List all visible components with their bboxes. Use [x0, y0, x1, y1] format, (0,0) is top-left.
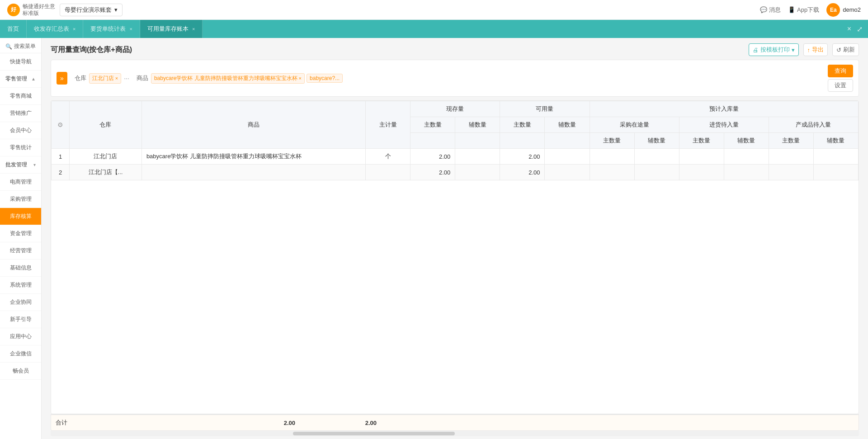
- receivable-tab-label: 收发存汇总表: [34, 25, 69, 33]
- setting-button[interactable]: 设置: [828, 79, 853, 92]
- table-settings-header[interactable]: ⚙: [52, 101, 70, 149]
- remove-warehouse-tag[interactable]: ×: [115, 76, 118, 81]
- user-area[interactable]: Ea demo2: [826, 3, 861, 17]
- message-icon: 💬: [760, 6, 767, 13]
- content-area: 可用量查询(按仓库+商品) 🖨 按模板打印 ▾ ↑ 导出 ↺ 刷新 »: [42, 38, 868, 439]
- sidebar-item-purchase[interactable]: 采购管理: [0, 191, 41, 208]
- sidebar-item-ecommerce[interactable]: 电商管理: [0, 174, 41, 191]
- sidebar-item-basic-info[interactable]: 基础信息: [0, 260, 41, 277]
- row-avail-aux: [545, 165, 590, 180]
- sidebar-item-wholesale-mgmt[interactable]: 批发管理 ▾: [0, 156, 41, 174]
- sidebar-search: 🔍 搜索菜单: [0, 38, 41, 53]
- summary-label: 合计: [51, 419, 123, 427]
- table-row: 2 江北门店【... 2.00 2.00: [52, 165, 859, 180]
- main-layout: 🔍 搜索菜单 快捷导航 零售管理 ▲ 零售商城 营销推广 会员中心 零售统计 批…: [0, 38, 868, 439]
- product-tag-babycare2[interactable]: babycare?...: [307, 74, 343, 83]
- sidebar-item-finance[interactable]: 资金管理: [0, 225, 41, 242]
- export-icon: ↑: [807, 47, 811, 53]
- query-button[interactable]: 查询: [828, 65, 853, 77]
- print-button[interactable]: 🖨 按模板打印 ▾: [749, 43, 799, 56]
- chevron-up-icon: ▲: [31, 76, 36, 81]
- row-stock-aux: [455, 165, 500, 180]
- sidebar-item-new-guide[interactable]: 新手引导: [0, 311, 41, 328]
- warehouse-more-button[interactable]: ···: [124, 75, 129, 82]
- col-warehouse: 仓库: [70, 101, 142, 149]
- data-table: ⚙ 仓库 商品 主计量 现存量 可用量 预计入库量 主数量 辅数量: [51, 101, 859, 180]
- table-wrapper[interactable]: ⚙ 仓库 商品 主计量 现存量 可用量 预计入库量 主数量 辅数量: [51, 101, 859, 414]
- close-tab-receivable[interactable]: ×: [73, 26, 75, 32]
- sidebar-item-member-center[interactable]: 会员中心: [0, 122, 41, 139]
- printer-icon: 🖨: [753, 47, 759, 53]
- sidebar-item-enterprise-wechat[interactable]: 企业微信: [0, 345, 41, 363]
- horizontal-scrollbar[interactable]: [51, 431, 859, 436]
- filter-expand-button[interactable]: »: [57, 72, 67, 85]
- warehouse-tags: 江北门店 ×: [89, 73, 121, 84]
- warehouse-tag-jiangbei[interactable]: 江北门店 ×: [89, 73, 121, 84]
- row-stock-main: 2.00: [410, 165, 455, 180]
- warehouse-label: 仓库: [75, 74, 86, 82]
- maximize-button[interactable]: ⤢: [855, 25, 864, 33]
- row-unit: [366, 165, 410, 180]
- row-pt-main: [590, 149, 634, 165]
- col-pt-aux: 辅数量: [634, 133, 679, 149]
- sidebar-item-vip-member[interactable]: 畅会员: [0, 363, 41, 380]
- refresh-button[interactable]: ↺ 刷新: [832, 43, 859, 56]
- sidebar-item-enterprise[interactable]: 企业协同: [0, 294, 41, 311]
- tab-available-inventory[interactable]: 可用量库存账本 ×: [140, 20, 203, 38]
- chevron-down-icon: ▾: [792, 47, 795, 53]
- summary-bar: 合计 2.00 2.00: [51, 414, 859, 431]
- message-button[interactable]: 💬 消息: [760, 6, 781, 14]
- sidebar-item-retail-stats[interactable]: 零售统计: [0, 139, 41, 156]
- tab-receivable[interactable]: 收发存汇总表 ×: [27, 20, 83, 38]
- remove-product-tag[interactable]: ×: [299, 76, 302, 81]
- home-tab-label: 首页: [7, 25, 19, 33]
- summary-stock-main: 2.00: [284, 420, 295, 426]
- row-product: [142, 165, 365, 180]
- row-warehouse: 江北门店【...: [70, 165, 142, 180]
- sidebar-item-marketing[interactable]: 营销推广: [0, 105, 41, 122]
- top-bar-left: 好 畅捷通好生意 标准版 母婴行业演示账套 ▾: [7, 3, 123, 16]
- close-tab-available-inventory[interactable]: ×: [192, 26, 195, 32]
- close-tab-order-summary[interactable]: ×: [129, 26, 132, 32]
- sidebar-item-system[interactable]: 系统管理: [0, 277, 41, 294]
- sidebar-item-retail-mgmt[interactable]: 零售管理 ▲: [0, 71, 41, 88]
- col-in-aux: 辅数量: [724, 133, 769, 149]
- row-in-main: [679, 149, 724, 165]
- sidebar-item-app-center[interactable]: 应用中心: [0, 328, 41, 345]
- close-tab-button[interactable]: ×: [845, 25, 853, 33]
- row-in-aux: [724, 165, 769, 180]
- col-stock: 现存量: [410, 101, 500, 117]
- industry-selector[interactable]: 母婴行业演示账套 ▾: [60, 4, 123, 16]
- col-stock-main2: [410, 133, 455, 149]
- product-label: 商品: [137, 74, 148, 82]
- app-download-button[interactable]: 📱 App下载: [788, 6, 819, 14]
- export-button[interactable]: ↑ 导出: [803, 43, 828, 56]
- scrollbar-thumb[interactable]: [293, 432, 455, 435]
- available-inventory-tab-label: 可用量库存账本: [147, 25, 189, 33]
- sidebar-item-quick-nav[interactable]: 快捷导航: [0, 53, 41, 71]
- avatar: Ea: [826, 3, 840, 17]
- row-pt-main: [590, 165, 634, 180]
- product-tag-babycare[interactable]: babycare学饮杯 儿童防摔防撞吸管杯重力球吸嘴杯宝宝水杯 ×: [151, 73, 305, 84]
- col-avail-main2: [500, 133, 545, 149]
- tab-home[interactable]: 首页: [0, 20, 27, 38]
- product-filter-group: 商品 babycare学饮杯 儿童防摔防撞吸管杯重力球吸嘴杯宝宝水杯 × bab…: [137, 73, 343, 84]
- search-menu-button[interactable]: 🔍 搜索菜单: [4, 42, 38, 50]
- col-avail-main: 主数量: [500, 117, 545, 133]
- col-product: 商品: [142, 101, 365, 149]
- chevron-down-icon: ▾: [33, 162, 36, 167]
- sidebar-item-retail-mall[interactable]: 零售商城: [0, 88, 41, 105]
- col-avail-aux2: [545, 133, 590, 149]
- sidebar-item-operations[interactable]: 经营管理: [0, 242, 41, 260]
- username-label: demo2: [843, 6, 861, 13]
- gear-icon: ⚙: [57, 121, 63, 128]
- col-incoming: 进货待入量: [679, 117, 769, 133]
- col-available: 可用量: [500, 101, 590, 117]
- product-tags: babycare学饮杯 儿童防摔防撞吸管杯重力球吸嘴杯宝宝水杯 × babyca…: [151, 73, 343, 84]
- col-pt-main: 主数量: [590, 133, 634, 149]
- row-fin-main: [769, 149, 813, 165]
- tab-order-summary[interactable]: 要货单统计表 ×: [83, 20, 140, 38]
- table-container: ⚙ 仓库 商品 主计量 现存量 可用量 预计入库量 主数量 辅数量: [51, 100, 859, 414]
- tab-bar-controls: × ⤢: [845, 25, 868, 33]
- sidebar-item-inventory[interactable]: 库存核算: [0, 208, 41, 225]
